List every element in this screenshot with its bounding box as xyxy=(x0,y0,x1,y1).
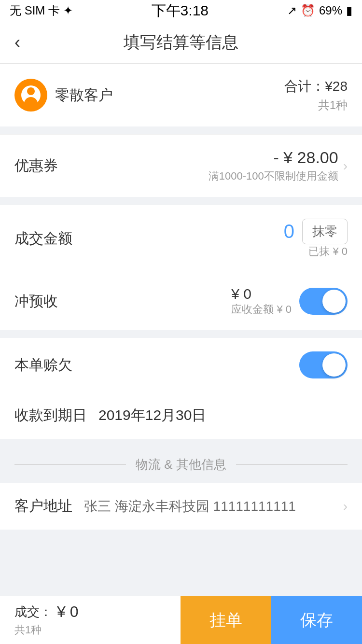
nav-bar: ‹ 填写结算等信息 xyxy=(0,21,362,64)
save-button[interactable]: 保存 xyxy=(271,596,362,644)
address-row[interactable]: 客户地址 张三 海淀永丰科技园 11111111111 › xyxy=(0,483,362,530)
advance-amount: ¥ 0 xyxy=(231,286,292,302)
toggle-thumb xyxy=(322,290,346,313)
bottom-info: 成交： ¥ 0 共1种 xyxy=(0,596,181,644)
customer-left: 零散客户 xyxy=(14,79,113,112)
avatar-icon xyxy=(21,85,41,105)
total-label: 合计：¥28 xyxy=(284,77,348,96)
customer-right: 合计：¥28 共1种 xyxy=(284,77,348,113)
customer-row: 零散客户 合计：¥28 共1种 xyxy=(0,64,362,126)
logistics-title: 物流 & 其他信息 xyxy=(136,456,226,473)
address-value: 张三 海淀永丰科技园 11111111111 xyxy=(84,497,343,516)
debit-toggle[interactable] xyxy=(299,351,348,378)
deal-amount-sub: 已抹 ¥ 0 xyxy=(265,244,348,259)
deal-amount-section: 成交金额 0 抹零 已抹 ¥ 0 冲预收 ¥ 0 应收金额 ¥ 0 xyxy=(0,205,362,330)
due-date-label: 收款到期日 xyxy=(14,406,87,425)
status-right: ↗ ⏰ 69% ▮ xyxy=(287,4,352,17)
status-left: 无 SIM 卡 ✦ xyxy=(10,3,73,18)
debit-row: 本单赊欠 xyxy=(0,338,362,392)
hang-button-label: 挂单 xyxy=(209,609,242,631)
save-button-label: 保存 xyxy=(300,609,333,631)
advance-label: 冲预收 xyxy=(14,292,58,311)
deal-amount-row: 成交金额 0 抹零 已抹 ¥ 0 xyxy=(0,205,362,272)
battery-level: 69% xyxy=(319,4,342,17)
status-bar: 无 SIM 卡 ✦ 下午3:18 ↗ ⏰ 69% ▮ xyxy=(0,0,362,21)
bottom-deal-amount: ¥ 0 xyxy=(57,603,78,621)
customer-section: 零散客户 合计：¥28 共1种 xyxy=(0,64,362,126)
advance-row: 冲预收 ¥ 0 应收金额 ¥ 0 xyxy=(0,272,362,330)
address-chevron-right-icon: › xyxy=(343,499,348,514)
logistics-line-right xyxy=(236,464,348,465)
logistics-header: 物流 & 其他信息 xyxy=(0,447,362,483)
due-date-row: 收款到期日 2019年12月30日 xyxy=(0,392,362,439)
coupon-label: 优惠券 xyxy=(14,156,58,176)
coupon-row[interactable]: 优惠券 - ¥ 28.00 满1000-100不限制使用金额 › xyxy=(0,134,362,197)
bottom-bar: 成交： ¥ 0 共1种 挂单 保存 xyxy=(0,596,362,644)
deal-amount-label: 成交金额 xyxy=(14,229,72,249)
advance-sub: 应收金额 ¥ 0 xyxy=(231,302,292,317)
customer-name: 零散客户 xyxy=(55,85,113,105)
debit-label: 本单赊欠 xyxy=(14,355,72,375)
battery-icon: ▮ xyxy=(346,4,352,17)
customer-avatar xyxy=(14,79,47,112)
bottom-count: 共1种 xyxy=(14,623,166,637)
status-time: 下午3:18 xyxy=(152,1,209,21)
round-zero-button[interactable]: 抹零 xyxy=(302,219,348,244)
advance-right: ¥ 0 应收金额 ¥ 0 xyxy=(231,286,348,317)
back-button[interactable]: ‹ xyxy=(14,32,20,53)
coupon-section[interactable]: 优惠券 - ¥ 28.00 满1000-100不限制使用金额 › xyxy=(0,134,362,197)
chevron-right-icon: › xyxy=(343,158,348,174)
address-section[interactable]: 客户地址 张三 海淀永丰科技园 11111111111 › xyxy=(0,483,362,530)
deal-amount-right: 0 抹零 xyxy=(265,219,348,244)
debit-section: 本单赊欠 收款到期日 2019年12月30日 xyxy=(0,338,362,439)
deal-amount-input[interactable]: 0 xyxy=(265,221,294,242)
due-date-value: 2019年12月30日 xyxy=(98,406,206,425)
address-label: 客户地址 xyxy=(14,496,72,516)
bottom-deal-label: 成交： xyxy=(14,603,52,620)
total-count: 共1种 xyxy=(284,98,348,113)
page-title: 填写结算等信息 xyxy=(124,31,238,54)
coupon-right: - ¥ 28.00 满1000-100不限制使用金额 › xyxy=(209,148,348,183)
hang-button[interactable]: 挂单 xyxy=(181,596,271,644)
sim-status: 无 SIM 卡 ✦ xyxy=(10,3,73,18)
advance-toggle[interactable] xyxy=(299,288,348,315)
logistics-line-left xyxy=(14,464,126,465)
alarm-icon: ⏰ xyxy=(301,4,315,17)
coupon-amount: - ¥ 28.00 xyxy=(209,148,338,167)
location-icon: ↗ xyxy=(287,4,297,17)
coupon-desc: 满1000-100不限制使用金额 xyxy=(209,169,338,183)
debit-toggle-thumb xyxy=(322,353,346,377)
bottom-deal-row: 成交： ¥ 0 xyxy=(14,603,166,621)
